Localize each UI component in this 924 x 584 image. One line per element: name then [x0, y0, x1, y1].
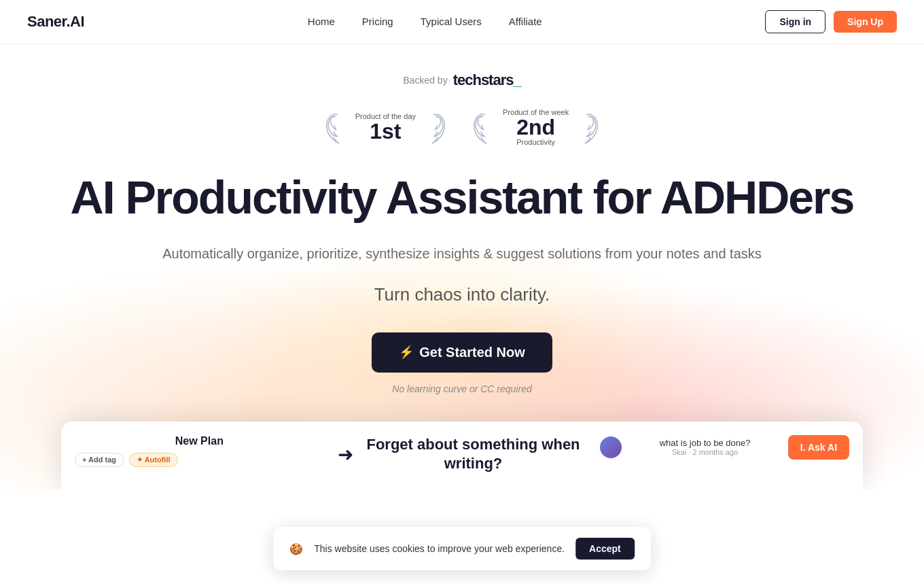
badge-week-sub: Productivity	[516, 138, 555, 146]
no-cc-text: No learning curve or CC required	[14, 383, 910, 394]
cta-label: Get Started Now	[419, 345, 525, 360]
preview-question: Forget about something when writing?	[360, 435, 587, 474]
chat-meta: what is job to be done? Skai · 2 months …	[628, 438, 781, 456]
laurel-left-2	[466, 103, 499, 152]
signin-button[interactable]: Sign in	[765, 10, 825, 33]
techstars-logo: techstars_	[453, 71, 521, 89]
nav-links: Home Pricing Typical Users Affiliate	[308, 16, 542, 28]
preview-card: New Plan + Add tag ✦ Autofill ➜ Forget a…	[61, 422, 863, 489]
hero-section: Backed by techstars_ Product of	[0, 44, 924, 489]
badge-day-rank: 1st	[370, 120, 401, 142]
chat-question: what is job to be done?	[628, 438, 781, 448]
get-started-button[interactable]: ⚡ Get Started Now	[372, 332, 552, 373]
nav-typical-users[interactable]: Typical Users	[421, 16, 482, 27]
nav-pricing[interactable]: Pricing	[362, 16, 393, 27]
cta-section: ⚡ Get Started Now	[14, 332, 910, 373]
badge-week-inner: Product of the week 2nd Productivity	[503, 108, 569, 146]
badge-day-inner: Product of the day 1st	[355, 112, 416, 142]
badge-product-day: Product of the day 1st	[319, 103, 452, 152]
nav-actions: Sign in Sign Up	[765, 10, 897, 33]
ask-ai-button[interactable]: I. Ask AI	[788, 435, 849, 460]
tag-add[interactable]: + Add tag	[75, 453, 124, 467]
badge-week-rank: 2nd	[516, 116, 555, 138]
preview-plan-title: New Plan	[75, 435, 324, 447]
chat-name: Skai · 2 months ago	[628, 448, 781, 456]
lightning-icon: ⚡	[399, 345, 414, 360]
chaos-text: Turn chaos into clarity.	[14, 284, 910, 305]
laurel-left-1	[319, 103, 351, 152]
arrow-icon: ➜	[338, 443, 353, 466]
hero-title: AI Productivity Assistant for ADHDers	[14, 172, 910, 223]
preview-right: what is job to be done? Skai · 2 months …	[600, 435, 849, 460]
chat-item: what is job to be done? Skai · 2 months …	[600, 435, 849, 460]
backed-by-section: Backed by techstars_	[14, 71, 910, 89]
nav-home[interactable]: Home	[308, 16, 335, 27]
nav-affiliate[interactable]: Affiliate	[509, 16, 542, 27]
backed-by-label: Backed by	[403, 75, 447, 86]
tag-autofill[interactable]: ✦ Autofill	[129, 453, 178, 467]
preview-middle: ➜ Forget about something when writing?	[338, 435, 587, 474]
signup-button[interactable]: Sign Up	[834, 11, 897, 33]
logo[interactable]: Saner.AI	[27, 13, 84, 31]
badges-section: Product of the day 1st	[14, 103, 910, 152]
preview-tags: + Add tag ✦ Autofill	[75, 453, 324, 467]
avatar	[600, 436, 622, 458]
laurel-right-2	[573, 103, 605, 152]
badge-product-week: Product of the week 2nd Productivity	[466, 103, 605, 152]
navbar: Saner.AI Home Pricing Typical Users Affi…	[0, 0, 924, 44]
preview-left: New Plan + Add tag ✦ Autofill	[75, 435, 324, 467]
laurel-right-1	[420, 103, 452, 152]
